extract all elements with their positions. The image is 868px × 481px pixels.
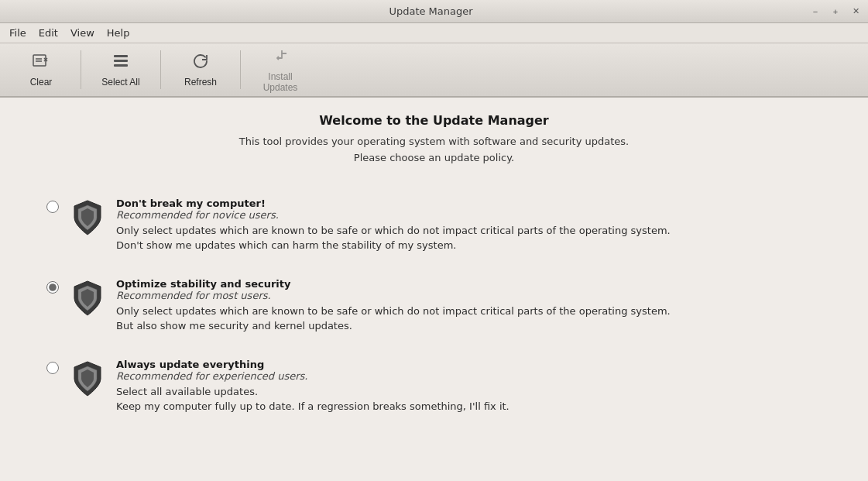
refresh-icon bbox=[191, 52, 210, 74]
maximize-button[interactable]: + bbox=[829, 5, 842, 18]
policy-name-experienced: Always update everything bbox=[116, 359, 822, 370]
policy-radio-most[interactable] bbox=[46, 281, 59, 294]
policy-radio-novice[interactable] bbox=[46, 201, 59, 213]
select-all-icon bbox=[112, 52, 130, 74]
policy-rec-experienced: Recommended for experienced users. bbox=[116, 370, 822, 382]
policy-item-most: Optimize stability and security Recommen… bbox=[31, 266, 837, 346]
minimize-button[interactable]: − bbox=[809, 5, 822, 18]
welcome-title: Welcome to the Update Manager bbox=[31, 113, 837, 128]
policy-desc-experienced: Select all available updates. Keep my co… bbox=[116, 384, 822, 414]
install-updates-label: Install Updates bbox=[250, 71, 310, 93]
refresh-label: Refresh bbox=[184, 77, 217, 88]
policy-list: Don't break my computer! Recommended for… bbox=[31, 185, 837, 427]
main-content: Welcome to the Update Manager This tool … bbox=[0, 98, 868, 481]
menu-help[interactable]: Help bbox=[101, 25, 136, 41]
window-title: Update Manager bbox=[53, 5, 809, 17]
policy-text-novice: Don't break my computer! Recommended for… bbox=[116, 198, 822, 253]
policy-text-experienced: Always update everything Recommended for… bbox=[116, 359, 822, 414]
clear-label: Clear bbox=[30, 77, 53, 88]
svg-rect-6 bbox=[114, 60, 128, 62]
policy-desc-novice: Only select updates which are known to b… bbox=[116, 223, 822, 253]
install-updates-button[interactable]: Install Updates bbox=[245, 46, 315, 93]
welcome-subtitle-line1: This tool provides your operating system… bbox=[31, 134, 837, 167]
menu-edit[interactable]: Edit bbox=[33, 25, 64, 41]
close-button[interactable]: ✕ bbox=[849, 5, 862, 18]
toolbar-separator-3 bbox=[240, 50, 241, 89]
toolbar-separator-2 bbox=[160, 50, 161, 89]
policy-item-experienced: Always update everything Recommended for… bbox=[31, 346, 837, 427]
policy-item-novice: Don't break my computer! Recommended for… bbox=[31, 185, 837, 266]
policy-text-most: Optimize stability and security Recommen… bbox=[116, 278, 822, 334]
policy-rec-novice: Recommended for novice users. bbox=[116, 209, 822, 221]
policy-rec-most: Recommended for most users. bbox=[116, 290, 822, 301]
titlebar-controls[interactable]: − + ✕ bbox=[809, 5, 862, 18]
policy-name-novice: Don't break my computer! bbox=[116, 198, 822, 209]
menu-view[interactable]: View bbox=[64, 25, 101, 41]
menubar: File Edit View Help bbox=[0, 23, 868, 43]
toolbar-separator-1 bbox=[81, 50, 81, 89]
select-all-label: Select All bbox=[101, 77, 139, 88]
svg-rect-0 bbox=[33, 55, 46, 66]
policy-desc-most: Only select updates which are known to b… bbox=[116, 304, 822, 334]
menu-file[interactable]: File bbox=[3, 25, 33, 41]
install-updates-icon bbox=[271, 46, 290, 68]
shield-icon-experienced bbox=[71, 360, 104, 397]
svg-rect-5 bbox=[114, 55, 128, 57]
select-all-button[interactable]: Select All bbox=[86, 46, 156, 93]
toolbar: Clear Select All Refresh bbox=[0, 43, 868, 98]
svg-rect-7 bbox=[114, 64, 128, 67]
shield-icon-most bbox=[71, 280, 104, 317]
clear-button[interactable]: Clear bbox=[6, 46, 76, 93]
welcome-section: Welcome to the Update Manager This tool … bbox=[31, 113, 837, 167]
shield-icon-novice bbox=[71, 199, 104, 236]
clear-icon bbox=[32, 52, 50, 74]
titlebar: Update Manager − + ✕ bbox=[0, 0, 868, 23]
policy-name-most: Optimize stability and security bbox=[116, 278, 822, 290]
policy-radio-experienced[interactable] bbox=[46, 362, 59, 374]
refresh-button[interactable]: Refresh bbox=[166, 46, 235, 93]
